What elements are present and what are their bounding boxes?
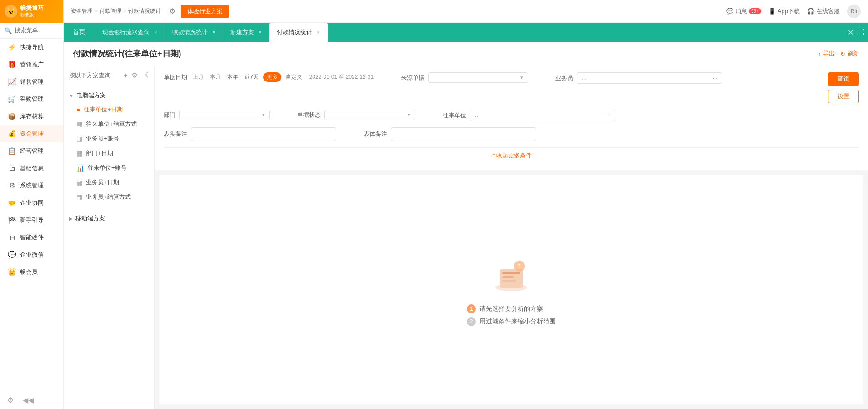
- filter-actions: 查询 设置: [828, 72, 859, 103]
- query-button[interactable]: 查询: [828, 72, 859, 86]
- nav-icon-purchase: 🛒: [7, 95, 16, 103]
- scheme-item-label-3: 部门+日期: [86, 149, 113, 157]
- right-panel: 单据日期 上月 本月 本年 近7天 更多 自定义 2022-01-01 至 20…: [155, 66, 868, 409]
- sidebar-search[interactable]: 🔍 搜索菜单: [0, 23, 63, 39]
- date-btn-more[interactable]: 更多: [263, 72, 281, 82]
- topbar-settings-icon[interactable]: ⚙: [169, 7, 175, 15]
- sidebar-item-system[interactable]: ⚙ 系统管理: [0, 177, 63, 194]
- trial-button[interactable]: 体验行业方案: [181, 5, 229, 18]
- tab-newscheme-label: 新建方案: [230, 28, 254, 36]
- sidebar-item-marketing[interactable]: 🎁 营销推广: [0, 56, 63, 73]
- scheme-section-mobile-header[interactable]: ▶ 移动端方案: [64, 212, 154, 225]
- refresh-button[interactable]: ↻ 刷新: [840, 50, 859, 58]
- bill-status-label: 单据状态: [297, 111, 321, 119]
- date-btn-last7[interactable]: 近7天: [243, 72, 260, 82]
- scheme-item-icon-6: ▦: [76, 193, 82, 201]
- tabbar-close-all-button[interactable]: ✕: [848, 28, 853, 37]
- sidebar-item-hardware[interactable]: 🖥 智能硬件: [0, 229, 63, 246]
- content: 付款情况统计(往来单位+日期) ↑ 导出 ↻ 刷新 按以下方案查询 +: [64, 42, 868, 409]
- scheme-add-icon[interactable]: +: [124, 71, 128, 80]
- export-label: 导出: [823, 50, 835, 58]
- bill-status-select[interactable]: [324, 110, 415, 120]
- scheme-item-staff-date[interactable]: ▦ 业务员+日期: [64, 175, 154, 190]
- tab-newscheme[interactable]: 新建方案 ×: [223, 23, 269, 42]
- sidebar-collapse-icon[interactable]: ◀◀: [23, 396, 34, 404]
- tab-payment[interactable]: 付款情况统计 ×: [269, 23, 328, 42]
- counterparty-arrow: ···: [606, 113, 610, 118]
- svg-rect-4: [502, 280, 516, 282]
- export-icon: ↑: [818, 50, 822, 57]
- sidebar-item-purchase[interactable]: 🛒 采购管理: [0, 91, 63, 108]
- counterparty-select[interactable]: ... ···: [470, 110, 615, 121]
- nav-icon-inventory: 📦: [7, 112, 16, 121]
- tab-payment-close[interactable]: ×: [317, 29, 320, 35]
- date-btn-last-month[interactable]: 上月: [191, 72, 205, 82]
- tab-receipt-close[interactable]: ×: [212, 29, 215, 35]
- scheme-collapse-icon[interactable]: 《: [141, 71, 149, 80]
- sidebar-item-member[interactable]: 👑 畅会员: [0, 263, 63, 281]
- topbar-app-download[interactable]: 📱 App下载: [768, 7, 800, 15]
- tab-newscheme-close[interactable]: ×: [259, 29, 262, 35]
- logo-icon: 🐱: [5, 5, 17, 18]
- tab-receipt[interactable]: 收款情况统计 ×: [165, 23, 223, 42]
- scheme-item-counterparty-date[interactable]: ● 往来单位+日期: [64, 102, 154, 117]
- topbar-message[interactable]: 💬 消息 99+: [726, 7, 761, 15]
- main-layout: 按以下方案查询 + ⚙ 《 ▼ 电脑端方案 ● 往来单位+日期: [64, 66, 868, 409]
- sidebar-item-inventory[interactable]: 📦 库存核算: [0, 108, 63, 125]
- note-header-input[interactable]: [191, 127, 336, 141]
- date-btn-custom[interactable]: 自定义: [284, 72, 304, 82]
- date-range-display: 2022-01-01 至 2022-12-31: [309, 73, 374, 81]
- scheme-item-icon-1: ▦: [76, 121, 82, 128]
- main-content: 资金管理 > 付款管理 > 付款情况统计 ⚙ 体验行业方案 💬 消息 99+ 📱…: [64, 0, 868, 409]
- empty-hint-2-text: 用过滤条件来缩小分析范围: [479, 318, 556, 326]
- note-header-label: 表头备注: [164, 130, 187, 138]
- sidebar-item-operation[interactable]: 📋 经营管理: [0, 142, 63, 160]
- tabbar-fullscreen-button[interactable]: ⛶: [857, 28, 864, 36]
- tab-cashflow[interactable]: 现金银行流水查询 ×: [95, 23, 165, 42]
- scheme-settings-icon[interactable]: ⚙: [131, 71, 138, 80]
- service-icon: 🎧: [807, 8, 814, 15]
- filter-row-3: 表头备注 表体备注: [164, 127, 859, 141]
- scheme-item-label-6: 业务员+结算方式: [86, 193, 131, 201]
- sidebar-item-guide[interactable]: 🏁 新手引导: [0, 212, 63, 229]
- scheme-item-staff-settle[interactable]: ▦ 业务员+结算方式: [64, 190, 154, 204]
- tab-home[interactable]: 首页: [64, 23, 95, 42]
- settings-button[interactable]: 设置: [828, 90, 859, 103]
- scheme-item-counterparty-account[interactable]: 📊 往来单位+账号: [64, 161, 154, 175]
- sidebar-bottom-settings-icon[interactable]: ⚙: [7, 396, 14, 404]
- nav-icon-wechat: 💬: [7, 251, 16, 259]
- sidebar-item-shortcut[interactable]: ⚡ 快捷导航: [0, 39, 63, 56]
- nav-label-operation: 经营管理: [20, 147, 44, 155]
- date-btn-this-year[interactable]: 本年: [225, 72, 240, 82]
- app-label: App下载: [778, 7, 800, 15]
- empty-num-2: 2: [467, 317, 476, 326]
- tab-cashflow-close[interactable]: ×: [154, 29, 157, 35]
- search-label: 搜索菜单: [15, 26, 38, 35]
- sidebar-item-enterprise[interactable]: 🤝 企业协同: [0, 194, 63, 212]
- sidebar-item-wechat[interactable]: 💬 企业微信: [0, 246, 63, 263]
- topbar-service[interactable]: 🎧 在线客服: [807, 7, 840, 15]
- note-body-input[interactable]: [391, 127, 536, 141]
- topbar-right: 💬 消息 99+ 📱 App下载 🎧 在线客服 Rit: [726, 5, 861, 18]
- sidebar-item-basic[interactable]: 🗂 基础信息: [0, 160, 63, 177]
- dept-select[interactable]: [179, 110, 270, 120]
- sidebar-item-finance[interactable]: 💰 资金管理: [0, 125, 63, 142]
- scheme-item-dept-date[interactable]: ▦ 部门+日期: [64, 146, 154, 161]
- source-bill-select[interactable]: [428, 72, 528, 83]
- scheme-section-desktop-header[interactable]: ▼ 电脑端方案: [64, 89, 154, 102]
- scheme-item-staff-account[interactable]: ▦ 业务员+账号: [64, 131, 154, 146]
- topbar-avatar[interactable]: Rit: [847, 5, 861, 18]
- scheme-item-icon-4: 📊: [76, 164, 84, 172]
- collapse-bar[interactable]: ⌃ 收起更多条件: [164, 147, 859, 163]
- scheme-header: 按以下方案查询 + ⚙ 《: [64, 66, 154, 85]
- filter-item-dept: 部门: [164, 110, 270, 120]
- scheme-item-counterparty-settle[interactable]: ▦ 往来单位+结算方式: [64, 117, 154, 131]
- nav-label-inventory: 库存核算: [20, 112, 44, 121]
- staff-select[interactable]: ... ···: [577, 72, 722, 84]
- date-btn-this-month[interactable]: 本月: [208, 72, 223, 82]
- sidebar-item-sales[interactable]: 📈 销售管理: [0, 73, 63, 91]
- nav-icon-member: 👑: [7, 268, 16, 276]
- export-button[interactable]: ↑ 导出: [818, 50, 835, 58]
- scheme-section-desktop: ▼ 电脑端方案 ● 往来单位+日期 ▦ 往来单位+结算方式 ▦ 业务员+账号: [64, 85, 154, 208]
- bill-status-arrow: [408, 112, 410, 118]
